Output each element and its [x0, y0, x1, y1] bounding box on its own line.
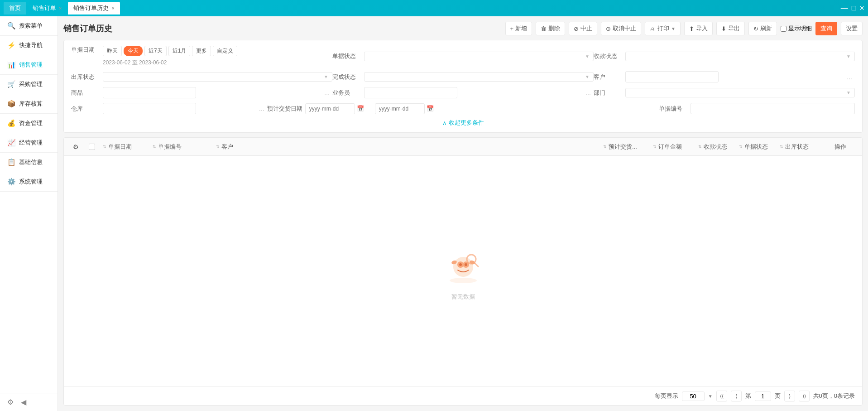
print-button[interactable]: 🖨 打印 ▼ [645, 22, 681, 35]
department-cell: 部门 ▼ [594, 88, 855, 97]
empty-illustration [441, 242, 486, 287]
warehouse-dots[interactable]: ... [259, 105, 264, 112]
sidebar-item-quick-nav[interactable]: ⚡ 快捷导航 [0, 36, 58, 55]
collapse-button[interactable]: ∧ 收起更多条件 [71, 119, 855, 127]
stop-button[interactable]: ⊘ 中止 [569, 22, 597, 35]
customer-input[interactable] [625, 71, 719, 82]
th-settings[interactable]: ⚙ [67, 143, 84, 150]
th-customer[interactable]: ⇅ 客户 [213, 143, 600, 151]
settings-label: 设置 [846, 24, 858, 33]
svg-point-4 [459, 263, 462, 266]
customer-dots[interactable]: ... [847, 73, 852, 81]
import-icon: ⬆ [689, 25, 694, 32]
sidebar-item-search[interactable]: 🔍 搜索菜单 [0, 16, 58, 36]
prev-page-button[interactable]: ⟨ [731, 391, 742, 401]
new-button[interactable]: + 新增 [505, 22, 532, 35]
calendar-to-icon[interactable]: 📅 [427, 105, 434, 112]
complete-status-cell: 完成状态 ▼ [332, 72, 594, 82]
sidebar-item-system[interactable]: ⚙️ 系统管理 [0, 172, 58, 192]
query-button[interactable]: 查询 [815, 22, 837, 35]
tab-sales-order-history-close[interactable]: × [111, 5, 114, 11]
page-size-input[interactable] [682, 392, 705, 401]
show-columns-checkbox[interactable] [781, 26, 786, 32]
calendar-from-icon[interactable]: 📅 [357, 105, 364, 112]
settings-button[interactable]: 设置 [841, 22, 863, 35]
select-all-checkbox[interactable] [89, 144, 95, 150]
customer-input-wrap: ... [625, 71, 855, 82]
date-range-text: 2023-06-02 至 2023-06-02 [103, 59, 237, 67]
th-date[interactable]: ⇅ 单据日期 [100, 143, 150, 151]
product-dots[interactable]: ... [324, 89, 330, 97]
salesman-dots[interactable]: ... [585, 89, 591, 97]
minimize-button[interactable]: — [841, 4, 848, 12]
date-last1month-btn[interactable]: 近1月 [168, 46, 191, 56]
date-last7-btn[interactable]: 近7天 [144, 46, 167, 56]
warehouse-input[interactable] [103, 103, 196, 114]
sidebar-item-finance[interactable]: 💰 资金管理 [0, 114, 58, 133]
sidebar-item-inventory[interactable]: 📦 库存核算 [0, 94, 58, 114]
th-delivery-label: 预计交货... [609, 143, 637, 151]
tab-sales-order[interactable]: 销售订单 × [27, 2, 67, 15]
product-input[interactable] [103, 87, 196, 98]
date-today-btn[interactable]: 今天 [124, 46, 143, 56]
filter-row-1: 单据日期 昨天 今天 近7天 近1月 更多 自定义 2023-06-02 至 2… [71, 46, 855, 67]
out-status-select[interactable]: ▼ [103, 72, 332, 82]
cancel-stop-button[interactable]: ⊙ 取消中止 [601, 22, 641, 35]
th-pay-status[interactable]: ⇅ 收款状态 [695, 143, 736, 151]
sidebar-item-basic[interactable]: 📋 基础信息 [0, 153, 58, 172]
date-yesterday-btn[interactable]: 昨天 [103, 46, 122, 56]
sort-pay-icon: ⇅ [698, 145, 702, 149]
salesman-input[interactable] [364, 87, 457, 98]
product-cell: 商品 ... [71, 87, 332, 98]
th-bill-status[interactable]: ⇅ 单据状态 [736, 143, 777, 151]
product-input-wrap: ... [103, 87, 332, 98]
delivery-date-cell: 预计交货日期 📅 — 📅 [267, 103, 659, 114]
page-size-arrow[interactable]: ▼ [708, 394, 713, 399]
show-columns-checkbox-label[interactable]: 显示明细 [781, 24, 812, 33]
settings-bottom-icon[interactable]: ⚙ [7, 398, 14, 406]
complete-status-select[interactable]: ▼ [364, 72, 594, 82]
th-out-status[interactable]: ⇅ 出库状态 [777, 143, 822, 151]
refresh-label: 刷新 [760, 24, 772, 33]
import-button[interactable]: ⬆ 导入 [684, 22, 713, 35]
empty-text: 暂无数据 [451, 293, 475, 301]
first-page-button[interactable]: ⟨⟨ [716, 391, 727, 401]
new-icon: + [510, 25, 514, 32]
tab-home[interactable]: 首页 [4, 2, 26, 15]
out-status-label: 出库状态 [71, 73, 103, 81]
bill-status-arrow: ▼ [585, 54, 590, 59]
main-layout: 🔍 搜索菜单 ⚡ 快捷导航 📊 销售管理 🛒 采购管理 📦 库存核算 💰 资金管… [0, 16, 868, 411]
collapse-sidebar-icon[interactable]: ◀ [21, 398, 26, 406]
th-amount[interactable]: ⇅ 订单金额 [650, 143, 695, 151]
bill-no-input[interactable] [691, 103, 855, 114]
sidebar-item-purchase[interactable]: 🛒 采购管理 [0, 75, 58, 94]
settings-gear-icon[interactable]: ⚙ [73, 143, 79, 150]
last-page-button[interactable]: ⟩⟩ [799, 391, 810, 401]
tab-sales-order-history[interactable]: 销售订单历史 × [68, 2, 120, 15]
current-page-input[interactable] [755, 392, 771, 401]
stop-label: 中止 [580, 24, 592, 33]
sidebar-bottom: ⚙ ◀ [0, 393, 58, 411]
date-custom-btn[interactable]: 自定义 [213, 46, 237, 56]
page-go-label: 第 [745, 392, 751, 400]
receipt-status-select[interactable]: ▼ [625, 52, 855, 61]
next-page-button[interactable]: ⟩ [784, 391, 795, 401]
maximize-button[interactable]: □ [852, 4, 856, 12]
filter-row-3: 商品 ... 业务员 ... 部门 [71, 87, 855, 98]
delete-button[interactable]: 🗑 删除 [536, 22, 565, 35]
department-select[interactable]: ▼ [625, 88, 855, 97]
date-more-btn[interactable]: 更多 [192, 46, 211, 56]
sidebar-item-operation[interactable]: 📈 经营管理 [0, 133, 58, 153]
total-text: 共0页，0条记录 [813, 392, 855, 400]
delivery-date-to-input[interactable] [375, 103, 425, 114]
refresh-button[interactable]: ↻ 刷新 [748, 22, 777, 35]
window-controls: — □ × [841, 4, 864, 13]
close-button[interactable]: × [859, 4, 864, 13]
delivery-date-from-input[interactable] [305, 103, 355, 114]
bill-status-select[interactable]: ▼ [364, 52, 594, 61]
th-delivery[interactable]: ⇅ 预计交货... [600, 143, 650, 151]
export-button[interactable]: ⬇ 导出 [716, 22, 745, 35]
tab-sales-order-close[interactable]: × [59, 5, 62, 11]
sidebar-item-sales[interactable]: 📊 销售管理 [0, 55, 58, 75]
th-bill-no[interactable]: ⇅ 单据编号 [150, 143, 213, 151]
